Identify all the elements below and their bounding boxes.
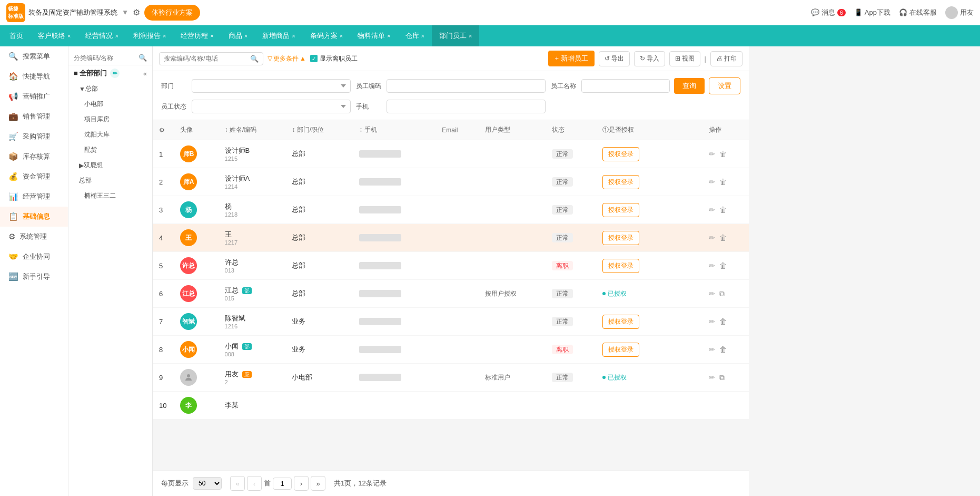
- delete-icon[interactable]: 🗑: [719, 234, 727, 242]
- authorize-btn[interactable]: 授权登录: [602, 175, 639, 189]
- delete-icon[interactable]: 🗑: [719, 261, 727, 270]
- nav-item-operation[interactable]: 经营情况 ×: [78, 25, 125, 46]
- authorize-btn[interactable]: 授权登录: [602, 203, 639, 217]
- delete-icon[interactable]: 🗑: [719, 206, 727, 214]
- row-phone: [353, 336, 435, 364]
- sidebar-item-system[interactable]: ⚙ 系统管理: [0, 227, 68, 247]
- export-btn[interactable]: ↺ 导出: [599, 51, 630, 66]
- authorize-btn[interactable]: 授权登录: [602, 231, 639, 245]
- edit-icon[interactable]: ✏: [709, 289, 715, 298]
- dept-item-zongbu[interactable]: 总部: [68, 173, 152, 188]
- dept-item-tuotuo[interactable]: 椭椭王三二: [68, 188, 152, 203]
- copy-icon[interactable]: ⧉: [719, 289, 725, 298]
- edit-icon[interactable]: ✏: [709, 206, 715, 214]
- emp-code-label: 员工编码: [356, 82, 382, 91]
- avatar-circle: 王: [180, 229, 197, 246]
- sidebar-item-marketing[interactable]: 📢 营销推广: [0, 86, 68, 106]
- nav-item-new-goods[interactable]: 新增商品 ×: [255, 25, 302, 46]
- nav-item-goods[interactable]: 商品 ×: [221, 25, 255, 46]
- authorize-btn[interactable]: 授权登录: [602, 343, 639, 357]
- authorize-btn[interactable]: 授权登录: [602, 315, 639, 329]
- dept-item-project[interactable]: 项目库房: [68, 112, 152, 127]
- col-phone[interactable]: ↕ 手机: [353, 120, 435, 140]
- dept-item-xiaodian[interactable]: 小电部: [68, 96, 152, 112]
- user-menu-btn[interactable]: 用友: [945, 6, 974, 19]
- sidebar-item-quick[interactable]: 🏠 快捷导航: [0, 66, 68, 86]
- dept-filter-select[interactable]: [192, 79, 351, 93]
- col-settings[interactable]: ⚙: [153, 120, 174, 140]
- delete-icon[interactable]: 🗑: [719, 150, 727, 158]
- set-btn[interactable]: 设置: [709, 77, 740, 94]
- dept-item-peihuo[interactable]: 配货: [68, 142, 152, 158]
- emp-search-input[interactable]: [164, 55, 248, 62]
- nav-item-profit[interactable]: 利润报告 ×: [126, 25, 173, 46]
- nav-item-dept[interactable]: 部门员工 ×: [432, 25, 479, 46]
- edit-icon[interactable]: ✏: [709, 317, 715, 326]
- authorize-btn[interactable]: 授权登录: [602, 147, 639, 161]
- query-btn[interactable]: 查询: [674, 78, 705, 94]
- expand-icon-2: ▶: [79, 162, 84, 169]
- sidebar-item-purchase[interactable]: 🛒 采购管理: [0, 127, 68, 147]
- gear-btn[interactable]: ⚙: [133, 7, 140, 17]
- nav-item-barcode[interactable]: 条码方案 ×: [303, 25, 350, 46]
- sidebar-item-inventory[interactable]: 📦 库存核算: [0, 147, 68, 167]
- prev-page-btn[interactable]: ‹: [247, 476, 262, 491]
- nav-item-warehouse[interactable]: 仓库 ×: [398, 25, 432, 46]
- dept-item-shuanglu[interactable]: ▶ 双鹿想: [68, 158, 152, 173]
- app-download-btn[interactable]: 📱 App下载: [854, 8, 890, 17]
- dot-green: [602, 292, 606, 295]
- authorize-btn[interactable]: 授权登录: [602, 259, 639, 273]
- trial-btn[interactable]: 体验行业方案: [144, 5, 200, 21]
- row-auth: 已授权: [596, 280, 671, 308]
- emp-name-input[interactable]: [581, 79, 670, 93]
- sidebar-item-finance[interactable]: 💰 资金管理: [0, 167, 68, 187]
- col-dept[interactable]: ↕ 部门/职位: [285, 120, 353, 140]
- sidebar-item-manage[interactable]: 📊 经营管理: [0, 187, 68, 207]
- dept-collapse-icon[interactable]: «: [143, 70, 147, 77]
- more-conditions-btn[interactable]: ▽ 更多条件 ▲: [268, 54, 306, 63]
- dept-item-shenyang[interactable]: 沈阳大库: [68, 127, 152, 142]
- print-btn[interactable]: 🖨 打印: [710, 51, 743, 66]
- phone-filter-input[interactable]: [387, 100, 546, 113]
- next-page-btn[interactable]: ›: [294, 476, 309, 491]
- delete-icon[interactable]: 🗑: [719, 345, 727, 354]
- edit-icon[interactable]: ✏: [709, 178, 715, 186]
- system-dropdown-btn[interactable]: ▼: [122, 8, 128, 16]
- nav-item-history[interactable]: 经营历程 ×: [173, 25, 221, 46]
- import-btn[interactable]: ↻ 导入: [634, 51, 665, 66]
- page-input[interactable]: [273, 478, 292, 490]
- edit-icon[interactable]: ✏: [709, 261, 715, 270]
- sidebar-item-sales[interactable]: 💼 销售管理: [0, 106, 68, 127]
- dept-search-input[interactable]: [74, 54, 138, 62]
- first-page-btn[interactable]: «: [230, 476, 245, 491]
- sidebar-item-guide[interactable]: 🆕 新手引导: [0, 267, 68, 287]
- online-service-btn[interactable]: 🎧 在线客服: [899, 8, 937, 17]
- view-btn[interactable]: ⊞ 视图: [669, 51, 700, 66]
- last-page-btn[interactable]: »: [311, 476, 325, 491]
- edit-icon[interactable]: ✏: [709, 234, 715, 242]
- emp-status-select[interactable]: [192, 100, 351, 113]
- add-employee-btn[interactable]: + 新增员工: [548, 51, 594, 66]
- nav-item-customer[interactable]: 客户联络 ×: [31, 25, 78, 46]
- delete-icon[interactable]: 🗑: [719, 317, 727, 326]
- show-resigned-toggle[interactable]: ✓ 显示离职员工: [310, 54, 358, 63]
- dept-item-zongbu-parent[interactable]: ▼ 总部: [68, 81, 152, 96]
- edit-icon[interactable]: ✏: [709, 345, 715, 354]
- edit-icon[interactable]: ✏: [709, 150, 715, 158]
- row-actions: ✏ 🗑: [702, 252, 749, 280]
- dept-edit-icon[interactable]: ✏: [110, 69, 120, 78]
- sidebar-item-search[interactable]: 🔍 搜索菜单: [0, 46, 68, 66]
- nav-item-home[interactable]: 首页: [2, 25, 31, 46]
- sidebar-item-collab[interactable]: 🤝 企业协同: [0, 247, 68, 267]
- nav-item-bom[interactable]: 物料清单 ×: [350, 25, 398, 46]
- copy-icon[interactable]: ⧉: [719, 373, 725, 382]
- edit-icon[interactable]: ✏: [709, 373, 715, 382]
- finance-icon: 💰: [8, 172, 18, 181]
- emp-code-input[interactable]: [387, 79, 546, 93]
- page-size-select[interactable]: 50 20 100: [193, 477, 222, 490]
- sidebar-item-basic[interactable]: 📋 基础信息: [0, 207, 68, 227]
- row-dept: 总部: [285, 252, 353, 280]
- col-name[interactable]: ↕ 姓名/编码: [219, 120, 286, 140]
- delete-icon[interactable]: 🗑: [719, 178, 727, 186]
- message-btn[interactable]: 💬 消息 6: [811, 8, 846, 17]
